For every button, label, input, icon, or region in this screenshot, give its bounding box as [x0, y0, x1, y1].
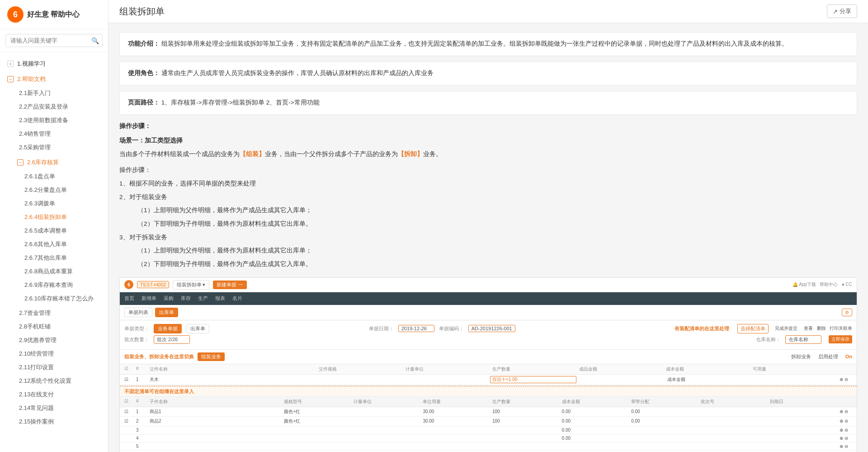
- scenario1-desc-block: 当由多个子件材料组装成一个成品的业务为【组装】业务，当由一个父件拆分成多个子产品…: [119, 148, 857, 160]
- step-3: 3、对于拆装业务: [119, 232, 857, 243]
- ss-qty-field: 批次 2/26: [154, 335, 190, 344]
- ss-warehouse-field: 仓库名称: [785, 335, 821, 344]
- ss-tab-btn1: 单据列表: [124, 308, 152, 317]
- nav-sub-item-2-3[interactable]: 2.3使用前数据准备: [17, 114, 108, 127]
- nav-group-1: + 1.视频学习: [0, 57, 108, 71]
- share-button[interactable]: ↗ 分享: [827, 5, 857, 18]
- ss-nav-new: 新增单: [142, 295, 156, 302]
- step-ops-label: 操作步骤：: [119, 164, 857, 176]
- nav-sub-item-2-12[interactable]: 2.12系统个性化设置: [17, 374, 108, 388]
- sidebar: 6 好生意 帮助中心 🔍 + 1.视频学习 − 2.帮助文档 2.1新手入门 2…: [0, 0, 108, 452]
- search-input[interactable]: [5, 34, 103, 47]
- page-title: 组装拆卸单: [119, 5, 165, 18]
- share-icon: ↗: [833, 8, 838, 15]
- nav-sub-item-2-6-10[interactable]: 2.6.10库存账本错了怎么办: [23, 292, 108, 305]
- ss-qty-label: 批次数量：: [124, 336, 149, 343]
- nav-sub-item-2-9[interactable]: 2.9优惠券管理: [17, 333, 108, 347]
- step-1: 1、根据不同的业务，选择不同单据的类型来处理: [119, 178, 857, 190]
- scenario1-heading: 场景一：加工类型选择: [119, 137, 857, 145]
- scenario1-desc: 当由多个子件材料组装成一个成品的业务为【组装】业务，当由一个父件拆分成多个子产品…: [119, 148, 857, 160]
- ss-complete-btns: 查看 删除 打印关联单: [804, 325, 852, 332]
- screenshot-container: 6 TEST-H002 组装拆卸单 ▾ 新建单据 一 🔔 App下载 帮助中心 …: [119, 277, 857, 452]
- app-logo: 6: [7, 6, 24, 23]
- ss-warehouse-label: 仓库名称：: [756, 336, 781, 343]
- nav-item-2-6[interactable]: − 2.6库存核算: [17, 155, 108, 170]
- ss-col-num: #: [136, 366, 145, 372]
- search-button[interactable]: 🔍: [91, 37, 99, 44]
- nav-item-1-videos[interactable]: + 1.视频学习: [0, 57, 108, 71]
- nav-sub-item-2-6-9[interactable]: 2.6.9库存账本查询: [23, 278, 108, 292]
- intro-text: 组装拆卸单用来处理企业组装或拆卸等加工业务，支持有固定装配清单的产品加工业务，也…: [161, 40, 788, 47]
- nav-sub-item-2-6-3[interactable]: 2.6.3调拨单: [23, 197, 108, 210]
- ss-dropdown: 组装拆卸单 ▾: [173, 280, 209, 290]
- step-3-1: （1）上部明细为父件明细，最终作为原材料生成其它出库单；: [119, 245, 857, 257]
- ss-nav-home: 首页: [124, 295, 134, 302]
- nav-sub-item-2-15[interactable]: 2.15操作案例: [17, 415, 108, 428]
- ss-type-assembly: 组装业务: [198, 352, 225, 361]
- nav-sub-item-2-6-2[interactable]: 2.6.2分量盘点单: [23, 183, 108, 197]
- step-2: 2、对于组装业务: [119, 191, 857, 203]
- ss-date-label: 单据日期：: [369, 325, 394, 332]
- ss-upper-table: ☑ # 父件名称 父件规格 计量单位 生产数量 成品金额 成本金额 可用量 ☑ …: [120, 364, 857, 385]
- nav-sub-item-2-6-7[interactable]: 2.6.7其他出库单: [23, 251, 108, 265]
- app-name: 好生意 帮助中心: [27, 10, 80, 19]
- step-2-1: （1）上部明细为父件明细，最终作为产成品生成其它入库单；: [119, 205, 857, 216]
- ss-form-row2: 批次数量： 批次 2/26 仓库名称： 仓库名称 立即保存: [124, 335, 852, 344]
- ss-type-annotation: 组装业务、拆卸业务在这里切换: [124, 353, 194, 360]
- nav-sub-item-2-10[interactable]: 2.10经营管理: [17, 347, 108, 361]
- nav-sub-item-2-5[interactable]: 2.5采购管理: [17, 141, 108, 154]
- ss-lower-row-6: 6 ⊕ ⊖: [120, 451, 857, 452]
- ss-col-parent-spec: 父件规格: [319, 366, 401, 372]
- ss-nav: 首页 新增单 采购 库存 生产 报表 名片: [120, 292, 857, 305]
- nav-sub-item-2-6-6[interactable]: 2.6.6其他入库单: [23, 238, 108, 251]
- ss-form-tab1: 业务单据: [154, 324, 182, 333]
- nav-sub-item-2-6-4[interactable]: 2.6.4组装拆卸单: [23, 210, 108, 224]
- role-block: 使用角色： 通常由生产人员或库管人员完成拆装业务的操作，库管人员确认原材料的出库…: [119, 62, 857, 86]
- main-content: 组装拆卸单 ↗ 分享 功能介绍： 组装拆卸单用来处理企业组装或拆卸等加工业务，支…: [108, 0, 868, 452]
- ss-col-cost-amt: 成本金额: [666, 366, 748, 372]
- nav-item-2-6-label: 2.6库存核算: [27, 158, 59, 167]
- nav-sub-item-2-14[interactable]: 2.14常见问题: [17, 401, 108, 415]
- ss-dropdown-text: 组装拆卸单: [177, 281, 202, 288]
- steps-heading: 操作步骤：: [119, 122, 857, 130]
- ss-col-plan-qty: 计量单位: [406, 366, 488, 372]
- ss-lower-row-3: 3 0.00 ⊕ ⊖: [120, 426, 857, 434]
- ss-annotation-area: 不固定清单可在组继在这里录入: [120, 386, 857, 396]
- ss-lower-table: ☑ # 子件名称 规格型号 计量单位 单位用量 生产数量 成本金额 帮带分配 批…: [120, 397, 857, 452]
- path-text: 1、库存核算->库存管理->组装拆卸单 2、首页->常用功能: [161, 99, 320, 106]
- ss-upper-row-1: ☑ 1 关木 捏后十<1.00 成本金额 ⊕ ⊖: [120, 375, 857, 385]
- ss-col-ops-u: [840, 366, 852, 372]
- expand-icon-1: +: [7, 61, 14, 67]
- nav-sub-item-2-4[interactable]: 2.4销售管理: [17, 127, 108, 141]
- nav-sub-2: 2.1新手入门 2.2产品安装及登录 2.3使用前数据准备 2.4销售管理 2.…: [0, 86, 108, 428]
- nav-sub-item-2-7[interactable]: 2.7资金管理: [17, 306, 108, 320]
- ss-confirm-btn: 完成并提交: [775, 325, 797, 332]
- ss-form-area: 单据类型： 业务单据 出库单 单据日期： 2019-12-26 单据编码： AD…: [120, 320, 857, 350]
- top-bar: 组装拆卸单 ↗ 分享: [108, 0, 868, 23]
- nav-sub-item-2-8[interactable]: 2.8手机旺铺: [17, 320, 108, 333]
- path-label: 页面路径：: [128, 99, 160, 106]
- ss-nav-card: 名片: [232, 295, 242, 302]
- ss-lower-row-5: 5 ⊕ ⊖: [120, 442, 857, 451]
- nav-sub-item-2-6-5[interactable]: 2.6.5成本调整单: [23, 224, 108, 238]
- nav-sub-item-2-6-1[interactable]: 2.6.1盘点单: [23, 170, 108, 183]
- content-area: 功能介绍： 组装拆卸单用来处理企业组装或拆卸等加工业务，支持有固定装配清单的产品…: [108, 23, 868, 452]
- ss-icon-settings: ⚙: [842, 309, 852, 316]
- nav-item-2-docs[interactable]: − 2.帮助文档: [0, 72, 108, 86]
- path-block: 页面路径： 1、库存核算->库存管理->组装拆卸单 2、首页->常用功能: [119, 91, 857, 115]
- ss-process-annotation: On: [845, 354, 852, 359]
- step-2-2: （2）下部明细为子件明细，最终作为原材料生成其它出库单。: [119, 218, 857, 230]
- step-3-2: （2）下部明细为子件明细，最终作为产成品生成其它入库单。: [119, 258, 857, 270]
- nav-sub-2-6: 2.6.1盘点单 2.6.2分量盘点单 2.6.3调拨单 2.6.4组装拆卸单 …: [17, 170, 108, 305]
- nav-sub-item-2-1[interactable]: 2.1新手入门: [17, 86, 108, 100]
- nav-sub-item-2-13[interactable]: 2.13在线支付: [17, 388, 108, 401]
- steps-list: 操作步骤： 1、根据不同的业务，选择不同单据的类型来处理 2、对于组装业务 （1…: [119, 164, 857, 270]
- nav-sub-item-2-6-8[interactable]: 2.6.8商品成本重算: [23, 265, 108, 278]
- search-area: 🔍: [0, 29, 108, 52]
- nav-sub-item-2-11[interactable]: 2.11打印设置: [17, 361, 108, 374]
- intro-label: 功能介绍：: [128, 40, 160, 47]
- nav-sub-item-2-2[interactable]: 2.2产品安装及登录: [17, 100, 108, 114]
- ss-date-field: 2019-12-26: [398, 325, 434, 332]
- ss-annotation-config: 有装配清单的在这里处理: [675, 325, 729, 332]
- ss-form-tab2: 出库单: [186, 324, 209, 333]
